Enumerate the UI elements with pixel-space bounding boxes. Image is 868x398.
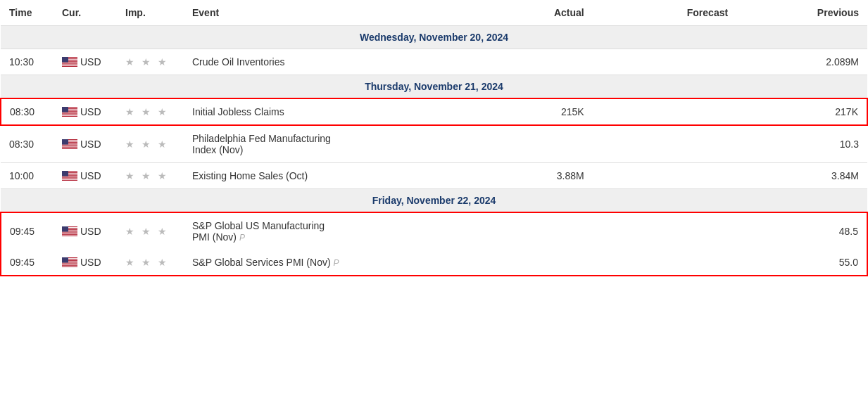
economic-calendar: Time Cur. Imp. Event Actual Forecast Pre… — [0, 0, 868, 398]
svg-rect-82 — [62, 267, 77, 267]
us-flag-icon — [62, 139, 77, 149]
event-time: 08:30 — [1, 125, 54, 163]
svg-rect-66 — [62, 234, 77, 235]
event-previous: 3.84M — [736, 163, 867, 189]
event-name: S&P Global US ManufacturingPMI (Nov) P — [192, 220, 325, 243]
event-importance: ★ ★ ★ — [117, 250, 184, 276]
svg-rect-39 — [62, 148, 77, 148]
event-forecast — [593, 163, 736, 189]
event-description: Crude Oil Inventories — [184, 49, 488, 75]
svg-rect-7 — [62, 63, 77, 63]
event-currency: USD — [54, 250, 117, 276]
svg-rect-63 — [62, 232, 77, 233]
svg-rect-77 — [62, 263, 77, 264]
svg-rect-23 — [62, 114, 77, 115]
us-flag-icon — [62, 257, 77, 267]
section-date-label: Friday, November 22, 2024 — [1, 189, 867, 213]
svg-rect-79 — [62, 264, 77, 265]
event-previous: 55.0 — [736, 250, 867, 276]
event-previous: 48.5 — [736, 212, 867, 250]
importance-stars: ★ ★ ★ — [125, 139, 169, 150]
svg-rect-22 — [62, 113, 77, 114]
svg-rect-52 — [62, 179, 77, 179]
event-currency: USD — [54, 125, 117, 163]
svg-rect-36 — [62, 146, 77, 146]
section-header: Friday, November 22, 2024 — [1, 189, 867, 213]
importance-stars: ★ ★ ★ — [125, 257, 169, 268]
table-row: 08:30 USD ★ ★ ★ Initial Jobless Claims 2… — [1, 98, 867, 125]
header-time: Time — [1, 0, 54, 26]
us-flag-icon — [62, 171, 77, 181]
svg-rect-13 — [62, 57, 68, 63]
event-description: Existing Home Sales (Oct) — [184, 163, 488, 189]
event-name: Philadelphia Fed ManufacturingIndex (Nov… — [192, 133, 331, 155]
event-forecast — [593, 49, 736, 75]
header-forecast: Forecast — [593, 0, 736, 26]
event-description: Philadelphia Fed ManufacturingIndex (Nov… — [184, 125, 488, 163]
section-header: Thursday, November 21, 2024 — [1, 75, 867, 99]
us-flag-icon — [62, 57, 77, 67]
svg-rect-51 — [62, 178, 77, 179]
svg-rect-83 — [62, 257, 68, 263]
header-imp: Imp. — [117, 0, 184, 26]
svg-rect-69 — [62, 226, 68, 232]
event-currency: USD — [54, 98, 117, 125]
event-currency: USD — [54, 212, 117, 250]
us-flag-icon — [62, 107, 77, 117]
svg-rect-68 — [62, 236, 77, 236]
svg-rect-8 — [62, 63, 77, 64]
table-row: 10:00 USD ★ ★ ★ Existing Home Sales (Oct… — [1, 163, 867, 189]
svg-rect-64 — [62, 233, 77, 233]
currency-code: USD — [80, 56, 101, 68]
event-forecast — [593, 212, 736, 250]
svg-rect-11 — [62, 65, 77, 66]
importance-stars: ★ ★ ★ — [125, 56, 169, 68]
svg-rect-80 — [62, 265, 77, 266]
event-importance: ★ ★ ★ — [117, 125, 184, 163]
svg-rect-54 — [62, 180, 77, 181]
currency-code: USD — [80, 106, 101, 117]
svg-rect-24 — [62, 115, 77, 115]
header-previous: Previous — [736, 0, 867, 26]
event-actual — [488, 125, 593, 163]
table-row: 09:45 USD ★ ★ ★ S&P Global US Manufactur… — [1, 212, 867, 250]
currency-code: USD — [80, 226, 101, 237]
svg-rect-35 — [62, 145, 77, 146]
event-actual: 215K — [488, 98, 593, 125]
importance-stars: ★ ★ ★ — [125, 170, 169, 181]
section-date-label: Wednesday, November 20, 2024 — [1, 26, 867, 49]
event-forecast — [593, 125, 736, 163]
svg-rect-12 — [62, 66, 77, 67]
event-time: 08:30 — [1, 98, 54, 125]
event-actual — [488, 250, 593, 276]
section-header: Wednesday, November 20, 2024 — [1, 26, 867, 49]
svg-rect-67 — [62, 235, 77, 236]
event-time: 10:00 — [1, 163, 54, 189]
event-importance: ★ ★ ★ — [117, 163, 184, 189]
event-description: S&P Global Services PMI (Nov) P — [184, 250, 488, 276]
event-forecast — [593, 98, 736, 125]
svg-rect-25 — [62, 115, 77, 116]
event-importance: ★ ★ ★ — [117, 49, 184, 75]
event-previous: 10.3 — [736, 125, 867, 163]
event-previous: 2.089M — [736, 49, 867, 75]
event-actual: 3.88M — [488, 163, 593, 189]
header-event: Event — [184, 0, 488, 26]
currency-code: USD — [80, 170, 101, 181]
event-description: Initial Jobless Claims — [184, 98, 488, 125]
event-forecast — [593, 250, 736, 276]
event-actual — [488, 49, 593, 75]
event-time: 09:45 — [1, 212, 54, 250]
svg-rect-50 — [62, 177, 77, 178]
svg-rect-55 — [62, 171, 68, 176]
event-time: 10:30 — [1, 49, 54, 75]
svg-rect-9 — [62, 64, 77, 65]
svg-rect-38 — [62, 147, 77, 148]
preliminary-p: P — [333, 258, 339, 268]
header-actual: Actual — [488, 0, 593, 26]
event-time: 09:45 — [1, 250, 54, 276]
table-row: 10:30 USD ★ ★ ★ Crude Oil Inventories 2.… — [1, 49, 867, 75]
event-name: Initial Jobless Claims — [192, 106, 284, 117]
event-name: Crude Oil Inventories — [192, 56, 285, 68]
currency-code: USD — [80, 257, 101, 268]
